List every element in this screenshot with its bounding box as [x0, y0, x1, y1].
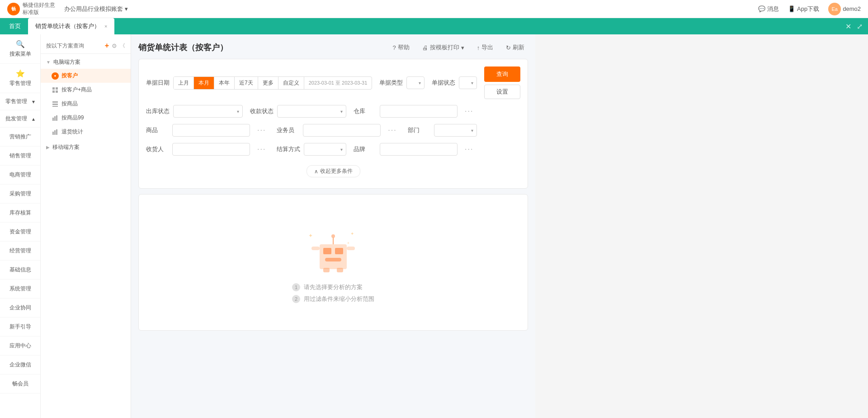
salesperson-input[interactable] [303, 124, 381, 137]
sidebar-item-newbie[interactable]: 新手引导 [0, 318, 40, 337]
chevron-down-icon: ▾ [125, 5, 128, 12]
order-type-select-wrapper: ▾ [406, 76, 425, 89]
scheme-group-desktop-header[interactable]: ▼ 电脑端方案 [41, 56, 131, 69]
scheme-group-mobile: ▶ 移动端方案 [41, 141, 131, 154]
svg-rect-20 [347, 247, 355, 250]
refresh-btn[interactable]: ↻ 刷新 [502, 42, 528, 53]
order-status-label: 单据状态 [432, 79, 455, 87]
sidebar-item-member[interactable]: 畅会员 [0, 375, 40, 394]
scheme-item-by-customer[interactable]: ● 按客户 [41, 69, 131, 83]
empty-tip-2: 2 用过滤条件来缩小分析范围 [292, 295, 374, 303]
sidebar-item-ecommerce[interactable]: 电商管理 [0, 166, 40, 185]
export-icon: ↑ [477, 44, 480, 51]
scheme-panel: 按以下方案查询 + ⚙ 《 ▼ 电脑端方案 ● 按客户 [41, 34, 131, 418]
filter-brand-field: 品牌 ··· [354, 142, 477, 156]
date-btn-last-month[interactable]: 上月 [174, 77, 194, 89]
settlement-label: 结算方式 [277, 145, 300, 153]
window-maximize-btn[interactable]: ⤢ [855, 20, 864, 33]
date-btn-7days[interactable]: 近7天 [235, 77, 258, 89]
sidebar-item-apps[interactable]: 应用中心 [0, 337, 40, 356]
filter-out-status-field: 出库状态 ▾ [146, 105, 243, 118]
industry-selector[interactable]: 办公用品行业模拟账套 ▾ [64, 5, 128, 13]
print-icon: 🖨 [422, 44, 428, 51]
add-scheme-btn[interactable]: + [105, 42, 109, 50]
app-download-action[interactable]: 📱 App下载 [788, 5, 819, 13]
goods-more-btn[interactable]: ··· [254, 124, 269, 137]
sidebar-item-sales[interactable]: 销售管理 [0, 147, 40, 166]
sidebar-item-basic[interactable]: 基础信息 [0, 261, 40, 280]
sidebar-item-wechat[interactable]: 企业微信 [0, 356, 40, 375]
sidebar-item-retail[interactable]: 零售管理 ▾ [0, 93, 40, 110]
tab-home[interactable]: 首页 [2, 18, 28, 34]
date-btn-more[interactable]: 更多 [258, 77, 278, 89]
sidebar-item-shortcut[interactable]: ⭐ 零售管理 [0, 64, 40, 93]
scheme-item-by-customer-goods[interactable]: 按客户+商品 [41, 83, 131, 97]
recipient-label: 收货人 [146, 145, 169, 153]
window-close-btn[interactable]: ✕ [844, 20, 853, 33]
sidebar-item-finance[interactable]: 资金管理 [0, 223, 40, 242]
filter-row-1: 单据日期 上月 本月 本年 近7天 更多 自定义 2023-03-01 至 20… [146, 66, 520, 99]
filter-department-field: 部门 ▾ [408, 124, 477, 137]
sidebar-item-marketing[interactable]: 营销推广 [0, 128, 40, 147]
brand-input[interactable] [380, 143, 458, 156]
page-actions: ? 帮助 🖨 按模板打印 ▾ ↑ 导出 ↻ 刷新 [389, 42, 528, 53]
settings-button[interactable]: 设置 [484, 85, 520, 99]
warehouse-input[interactable] [380, 105, 458, 118]
sidebar-item-system[interactable]: 系统管理 [0, 280, 40, 299]
message-icon: 💬 [758, 5, 765, 12]
department-select[interactable] [434, 124, 477, 137]
settings-scheme-btn[interactable]: ⚙ [112, 43, 117, 49]
order-status-select[interactable] [459, 76, 477, 89]
tab-close-icon[interactable]: × [104, 24, 107, 29]
sidebar-item-purchase[interactable]: 采购管理 [0, 185, 40, 204]
filter-recipient-field: 收货人 ··· [146, 142, 269, 156]
tab-sales-stats[interactable]: 销货单统计表（按客户） × [28, 18, 114, 34]
export-btn[interactable]: ↑ 导出 [473, 42, 497, 53]
svg-rect-6 [52, 106, 58, 107]
collapse-scheme-btn[interactable]: 《 [120, 42, 125, 50]
scheme-bar-icon [52, 114, 59, 122]
recipient-more-btn[interactable]: ··· [254, 142, 269, 156]
svg-rect-22 [337, 268, 343, 272]
filter-warehouse-field: 仓库 ··· [354, 104, 477, 118]
sidebar-item-operation[interactable]: 经营管理 [0, 242, 40, 261]
svg-rect-2 [52, 90, 55, 93]
sidebar-item-wholesale[interactable]: 批发管理 ▴ [0, 110, 40, 128]
filter-payment-status-field: 收款状态 ▾ [250, 105, 347, 118]
warehouse-label: 仓库 [354, 107, 376, 115]
payment-status-select[interactable] [277, 105, 347, 118]
warehouse-more-btn[interactable]: ··· [461, 104, 477, 118]
help-icon: ? [393, 44, 396, 51]
sidebar-item-enterprise[interactable]: 企业协同 [0, 299, 40, 318]
settlement-select[interactable] [304, 143, 346, 156]
scheme-group-mobile-header[interactable]: ▶ 移动端方案 [41, 141, 131, 154]
scheme-group-desktop: ▼ 电脑端方案 ● 按客户 按客户+商品 按商品 [41, 56, 131, 139]
svg-text:✦: ✦ [350, 231, 354, 236]
help-btn[interactable]: ? 帮助 [389, 42, 413, 53]
message-action[interactable]: 💬 消息 [758, 5, 779, 13]
salesperson-more-btn[interactable]: ··· [384, 124, 400, 137]
header-right: 💬 消息 📱 App下载 Ea demo2 [758, 3, 861, 15]
order-type-select[interactable] [406, 76, 425, 89]
print-btn[interactable]: 🖨 按模板打印 ▾ [419, 42, 468, 53]
recipient-input[interactable] [172, 143, 250, 156]
goods-input[interactable] [172, 124, 250, 137]
sidebar-item-search[interactable]: 🔍 搜索菜单 [0, 34, 40, 64]
out-status-select[interactable] [173, 105, 243, 118]
svg-rect-9 [56, 115, 57, 121]
logo-area: 畅 畅捷信好生意 标准版 [7, 2, 55, 16]
avatar: Ea [828, 3, 841, 15]
brand-more-btn[interactable]: ··· [461, 142, 477, 156]
user-profile[interactable]: Ea demo2 [828, 3, 861, 15]
scheme-item-return-stats[interactable]: 退货统计 [41, 125, 131, 139]
scheme-item-by-goods[interactable]: 按商品 [41, 97, 131, 111]
date-btn-this-year[interactable]: 本年 [214, 77, 235, 89]
date-btn-custom[interactable]: 自定义 [278, 77, 304, 89]
collapse-button[interactable]: ∧ 收起更多条件 [307, 165, 360, 177]
filter-order-type-field: 单据类型 ▾ [379, 76, 425, 89]
sidebar-item-inventory[interactable]: 库存核算 [0, 204, 40, 223]
query-button[interactable]: 查询 [484, 66, 520, 82]
scheme-item-by-goods-99[interactable]: 按商品99 [41, 111, 131, 125]
filter-row-2: 出库状态 ▾ 收款状态 [146, 104, 520, 118]
date-btn-this-month[interactable]: 本月 [194, 77, 214, 89]
